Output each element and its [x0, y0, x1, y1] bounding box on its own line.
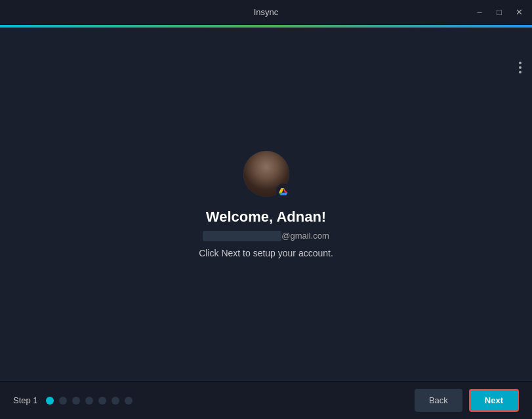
- email-row: @gmail.com: [203, 231, 329, 241]
- step-label: Step 1: [13, 395, 38, 405]
- email-domain: @gmail.com: [281, 231, 329, 241]
- drive-badge: [276, 184, 291, 198]
- step-dot-6: [112, 397, 119, 405]
- setup-text: Click Next to setup your account.: [199, 248, 333, 258]
- step-dot-4: [85, 397, 93, 405]
- step-indicator: Step 1: [13, 395, 133, 405]
- back-button[interactable]: Back: [415, 389, 462, 412]
- minimize-button[interactable]: –: [472, 5, 487, 20]
- step-dot-1: [46, 397, 54, 405]
- window-controls: – □ ✕: [472, 5, 527, 20]
- step-dot-5: [98, 397, 106, 405]
- step-dot-2: [59, 397, 67, 405]
- welcome-title: Welcome, Adnan!: [206, 209, 326, 226]
- google-drive-icon: [278, 186, 289, 196]
- step-dot-3: [72, 397, 80, 405]
- next-button[interactable]: Next: [469, 389, 519, 412]
- maximize-button[interactable]: □: [491, 5, 507, 20]
- nav-buttons: Back Next: [415, 389, 519, 412]
- bottom-bar: Step 1 Back Next: [0, 381, 532, 419]
- titlebar: Insync – □ ✕: [0, 0, 532, 25]
- avatar-container: [243, 151, 289, 197]
- step-dot-7: [125, 397, 133, 405]
- close-button[interactable]: ✕: [511, 5, 527, 20]
- window-title: Insync: [254, 7, 279, 17]
- main-content: Welcome, Adnan! @gmail.com Click Next to…: [0, 28, 532, 381]
- email-redacted: [203, 231, 281, 241]
